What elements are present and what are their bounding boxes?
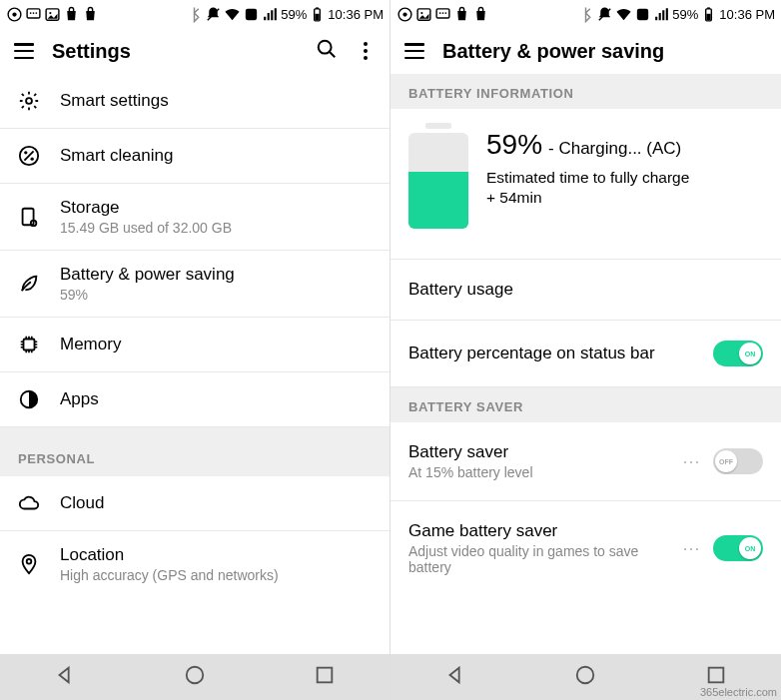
row-memory[interactable]: Memory	[0, 318, 390, 372]
label: Battery saver	[408, 442, 674, 462]
svg-rect-12	[316, 13, 320, 19]
svg-point-33	[442, 12, 444, 14]
toggle-knob: ON	[739, 343, 761, 364]
store-icon-2	[82, 6, 99, 23]
toggle-game-battery-saver[interactable]: ON	[713, 535, 763, 561]
mute-icon	[596, 6, 613, 23]
nav-recent-icon[interactable]	[314, 664, 336, 690]
store-icon	[453, 6, 470, 23]
gear-icon	[18, 90, 40, 112]
wifi-icon	[615, 6, 632, 23]
app-bar: Settings	[0, 28, 390, 74]
toggle-knob: ON	[739, 537, 761, 559]
row-apps[interactable]: Apps	[0, 372, 390, 427]
status-left-icons	[6, 6, 99, 23]
svg-point-28	[402, 12, 406, 16]
row-storage[interactable]: Storage 15.49 GB used of 32.00 GB	[0, 184, 390, 251]
time-text: 10:36 PM	[719, 7, 775, 22]
row-pct-statusbar[interactable]: Battery percentage on status bar ON	[390, 321, 781, 387]
data-icon	[634, 6, 651, 23]
svg-rect-11	[316, 7, 319, 8]
label: Location	[60, 545, 279, 565]
settings-list: Smart settings Smart cleaning Storage 15…	[0, 74, 390, 654]
image-icon	[44, 6, 61, 23]
row-cloud[interactable]: Cloud	[0, 476, 390, 531]
hamburger-icon[interactable]	[14, 43, 34, 59]
search-icon[interactable]	[316, 38, 338, 64]
battery-cap-icon	[425, 123, 451, 129]
svg-point-40	[577, 667, 594, 684]
label: Battery & power saving	[60, 265, 235, 285]
toggle-knob: OFF	[715, 450, 737, 472]
wifi-icon	[224, 6, 241, 23]
svg-point-17	[24, 151, 27, 154]
watermark: 365electric.com	[700, 686, 777, 698]
estimate-line2: + 54min	[486, 189, 689, 207]
row-smart-settings[interactable]: Smart settings	[0, 74, 390, 129]
status-bar: 59% 10:36 PM	[390, 0, 781, 28]
svg-rect-41	[708, 668, 723, 683]
label: Apps	[60, 389, 99, 409]
row-battery-saver[interactable]: Battery saver At 15% battery level ⋯ OFF	[390, 422, 781, 501]
row-location[interactable]: Location High accuracy (GPS and networks…	[0, 531, 390, 589]
sublabel: At 15% battery level	[408, 464, 674, 480]
page-title: Battery & power saving	[442, 40, 767, 63]
label: Storage	[60, 198, 232, 218]
toggle-pct-statusbar[interactable]: ON	[713, 341, 763, 366]
svg-point-4	[33, 12, 35, 14]
mute-icon	[205, 6, 222, 23]
chip-icon	[18, 334, 40, 355]
screenshot-settings: 59% 10:36 PM Settings Smart settings Sma…	[0, 0, 390, 700]
bluetooth-icon	[577, 6, 594, 23]
svg-point-5	[35, 12, 37, 14]
label: Smart settings	[60, 91, 169, 111]
bluetooth-icon	[186, 6, 203, 23]
battery-graphic	[408, 133, 468, 229]
overflow-icon[interactable]	[356, 42, 376, 60]
signal-icon	[262, 6, 279, 23]
svg-rect-26	[318, 668, 333, 683]
more-icon[interactable]: ⋯	[682, 537, 701, 559]
svg-rect-9	[246, 8, 257, 19]
nav-home-icon[interactable]	[184, 664, 206, 690]
svg-point-1	[12, 12, 16, 16]
svg-rect-38	[707, 7, 710, 8]
svg-rect-36	[637, 8, 648, 19]
store-icon-2	[472, 6, 489, 23]
section-battery-info: BATTERY INFORMATION	[390, 74, 781, 109]
notification-icon	[6, 6, 23, 23]
row-battery-usage[interactable]: Battery usage	[390, 260, 781, 321]
svg-point-24	[27, 559, 32, 564]
location-icon	[18, 553, 40, 575]
status-right-icons: 59% 10:36 PM	[186, 6, 384, 23]
battery-percent: 59%	[486, 129, 542, 161]
nav-back-icon[interactable]	[54, 664, 76, 690]
svg-line-14	[330, 52, 336, 58]
svg-rect-22	[24, 340, 35, 350]
battery-icon	[700, 6, 717, 23]
signal-icon	[653, 6, 670, 23]
nav-home-icon[interactable]	[574, 664, 596, 690]
hamburger-icon[interactable]	[404, 43, 424, 59]
section-personal: PERSONAL	[0, 427, 390, 476]
more-icon[interactable]: ⋯	[682, 450, 701, 472]
battery-icon	[309, 6, 326, 23]
label: Memory	[60, 335, 121, 354]
nav-back-icon[interactable]	[444, 664, 466, 690]
sublabel: Adjust video quality in games to save ba…	[408, 543, 674, 575]
screenshot-battery: 59% 10:36 PM Battery & power saving BATT…	[390, 0, 781, 700]
svg-point-13	[319, 41, 332, 54]
battery-fill	[408, 172, 468, 229]
sublabel: 59%	[60, 287, 235, 303]
storage-icon	[18, 206, 40, 228]
svg-point-25	[187, 667, 204, 684]
row-smart-cleaning[interactable]: Smart cleaning	[0, 129, 390, 184]
estimate-line1: Estimated time to fully charge	[486, 169, 689, 187]
row-game-battery-saver[interactable]: Game battery saver Adjust video quality …	[390, 501, 781, 595]
cloud-icon	[18, 492, 40, 514]
svg-rect-20	[23, 209, 34, 226]
leaf-icon	[18, 273, 40, 295]
row-battery[interactable]: Battery & power saving 59%	[0, 251, 390, 318]
toggle-battery-saver[interactable]: OFF	[713, 448, 763, 474]
store-icon	[63, 6, 80, 23]
